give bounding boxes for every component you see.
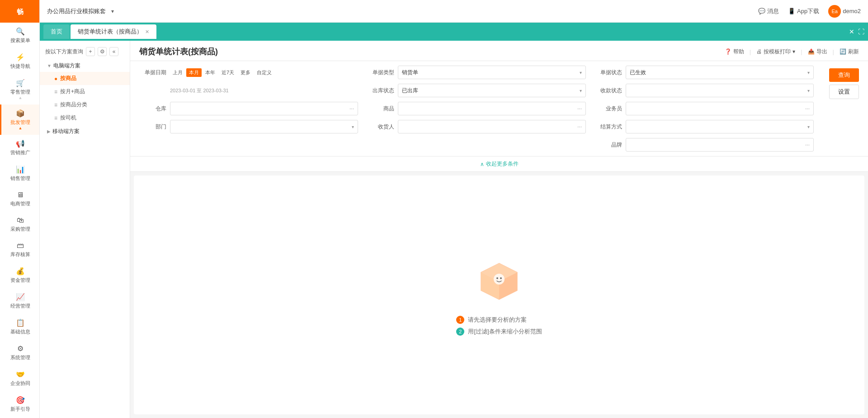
more-date-btn[interactable]: 更多 bbox=[238, 68, 253, 77]
message-label: 消息 bbox=[767, 7, 779, 15]
query-button[interactable]: 查询 bbox=[829, 68, 859, 82]
pc-group-title[interactable]: ▼ 电脑端方案 bbox=[40, 60, 130, 72]
enterprise-icon: 🤝 bbox=[16, 370, 25, 379]
settings-icon: ⚙ bbox=[100, 48, 105, 55]
sidebar-item-system[interactable]: ⚙ 系统管理 bbox=[0, 340, 39, 366]
outstatus-input[interactable]: 已出库 ▾ bbox=[398, 84, 586, 97]
sidebar-item-basic[interactable]: 📋 基础信息 bbox=[0, 314, 39, 340]
left-item-by-product[interactable]: ● 按商品 bbox=[40, 72, 130, 85]
sidebar-item-inventory[interactable]: 🗃 库存核算 bbox=[0, 237, 39, 262]
left-item-by-category[interactable]: ≡ 按商品分类 bbox=[40, 98, 130, 111]
add-scheme-btn[interactable]: + bbox=[86, 47, 95, 56]
receiptstatus-label: 收款状态 bbox=[595, 87, 622, 95]
main-area: 办公用品行业模拟账套 ▾ 💬 消息 📱 App下载 Ea demo2 首页 bbox=[40, 0, 868, 418]
collapse-label: 收起更多条件 bbox=[486, 160, 519, 168]
sidebar-item-marketing[interactable]: 📢 营销推广 bbox=[0, 135, 39, 161]
filter-receiptstatus-field: 收款状态 ▾ bbox=[595, 84, 814, 97]
mobile-group-title[interactable]: ▶ 移动端方案 bbox=[40, 125, 130, 138]
filter-doctype-field: 单据类型 销货单 ▾ bbox=[367, 66, 586, 79]
brand-input[interactable]: ··· bbox=[626, 138, 814, 152]
tab-stats[interactable]: 销货单统计表（按商品） ✕ bbox=[71, 24, 156, 39]
settings-button[interactable]: 设置 bbox=[829, 85, 859, 99]
sidebar-item-enterprise[interactable]: 🤝 企业协同 bbox=[0, 366, 39, 391]
by-month-product-icon: ≡ bbox=[54, 89, 57, 95]
message-btn[interactable]: 💬 消息 bbox=[758, 7, 779, 15]
sidebar-item-search[interactable]: 🔍 搜索菜单 bbox=[0, 23, 39, 48]
sidebar-item-retail-label: 零售管理 bbox=[10, 89, 30, 95]
department-input[interactable]: ▾ bbox=[170, 120, 358, 133]
tip-text-1: 请先选择要分析的方案 bbox=[468, 316, 527, 324]
salesman-input[interactable]: ··· bbox=[626, 102, 814, 115]
refresh-btn[interactable]: 🔄 刷新 bbox=[840, 48, 859, 56]
close-window-btn[interactable]: ✕ bbox=[849, 28, 854, 35]
docstatus-input[interactable]: 已生效 ▾ bbox=[626, 66, 814, 79]
collapse-more-btn[interactable]: ∧ 收起更多条件 bbox=[480, 160, 519, 168]
warehouse-dots: ··· bbox=[349, 105, 354, 112]
this-year-btn[interactable]: 本年 bbox=[203, 68, 218, 77]
settlement-input[interactable]: ▾ bbox=[626, 120, 814, 133]
sales-icon: 📊 bbox=[16, 165, 25, 174]
sidebar-item-operations[interactable]: 📈 经营管理 bbox=[0, 288, 39, 314]
retail-arrow: ▲ bbox=[19, 95, 23, 100]
this-month-btn[interactable]: 本月 bbox=[186, 68, 202, 77]
avatar: Ea bbox=[828, 5, 841, 18]
salesman-dots: ··· bbox=[805, 105, 810, 112]
tabbar: 首页 销货单统计表（按商品） ✕ ✕ ⛶ bbox=[40, 23, 868, 41]
sidebar: 畅 🔍 搜索菜单 ⚡ 快捷导航 🛒 零售管理 ▲ 📦 批发管理 ▲ 📢 营销推广… bbox=[0, 0, 40, 418]
tab-close-btn[interactable]: ✕ bbox=[145, 29, 149, 35]
date-range-display: 2023-03-01 至 2023-03-31 bbox=[170, 87, 358, 94]
sidebar-item-sales[interactable]: 📊 销售管理 bbox=[0, 161, 39, 186]
help-btn[interactable]: ❓ 帮助 bbox=[725, 48, 744, 56]
filter-outstatus-field: 出库状态 已出库 ▾ bbox=[367, 84, 586, 97]
refresh-label: 刷新 bbox=[848, 48, 859, 56]
marketing-icon: 📢 bbox=[16, 139, 25, 148]
industry-dropdown-btn[interactable]: ▾ bbox=[111, 8, 114, 14]
collapse-row: ∧ 收起更多条件 bbox=[130, 157, 868, 172]
by-category-icon: ≡ bbox=[54, 102, 57, 108]
collapse-panel-btn[interactable]: « bbox=[109, 47, 118, 56]
app-download-btn[interactable]: 📱 App下载 bbox=[788, 7, 819, 15]
product-input[interactable]: ··· bbox=[398, 102, 586, 115]
empty-tip-1: 1 请先选择要分析的方案 bbox=[456, 316, 542, 324]
basic-icon: 📋 bbox=[16, 318, 25, 327]
template-print-btn[interactable]: 🖨 按模板打印 ▾ bbox=[756, 48, 795, 56]
tip-num-2: 2 bbox=[456, 328, 464, 336]
retail-icon: 🛒 bbox=[16, 79, 25, 87]
consignee-input[interactable]: ··· bbox=[398, 120, 586, 133]
app-download-label: App下载 bbox=[797, 7, 819, 15]
tab-home[interactable]: 首页 bbox=[43, 24, 70, 39]
sidebar-item-wholesale[interactable]: 📦 批发管理 ▲ bbox=[0, 104, 39, 135]
custom-date-btn[interactable]: 自定义 bbox=[254, 68, 274, 77]
doctype-input[interactable]: 销货单 ▾ bbox=[398, 66, 586, 79]
svg-text:畅: 畅 bbox=[16, 8, 23, 15]
content-area: 按以下方案查询 + ⚙ « ▼ 电脑端方案 ● 按商品 bbox=[40, 41, 868, 418]
topbar-left: 办公用品行业模拟账套 ▾ bbox=[47, 7, 114, 15]
receiptstatus-input[interactable]: ▾ bbox=[626, 84, 814, 97]
sidebar-item-guide[interactable]: 🎯 新手引导 bbox=[0, 391, 39, 417]
add-icon: + bbox=[89, 48, 92, 55]
sidebar-item-quick-nav-label: 快捷导航 bbox=[10, 63, 30, 70]
left-item-by-month-product[interactable]: ≡ 按月+商品 bbox=[40, 85, 130, 98]
sidebar-item-quick-nav[interactable]: ⚡ 快捷导航 bbox=[0, 48, 39, 74]
docstatus-value: 已生效 bbox=[630, 69, 646, 76]
user-profile-btn[interactable]: Ea demo2 bbox=[828, 5, 861, 18]
pc-group-label: 电脑端方案 bbox=[53, 62, 80, 70]
warehouse-input[interactable]: ··· bbox=[170, 102, 358, 115]
export-label: 导出 bbox=[816, 48, 827, 56]
sidebar-item-retail[interactable]: 🛒 零售管理 ▲ bbox=[0, 74, 39, 104]
scheme-settings-btn[interactable]: ⚙ bbox=[98, 47, 107, 56]
mobile-group-label: 移动端方案 bbox=[52, 128, 80, 135]
sidebar-item-finance[interactable]: 💰 资金管理 bbox=[0, 262, 39, 288]
export-btn[interactable]: 📤 导出 bbox=[808, 48, 827, 56]
page-header: 销货单统计表(按商品) ❓ 帮助 | 🖨 按模板打印 ▾ | 📤 bbox=[130, 41, 868, 61]
maximize-btn[interactable]: ⛶ bbox=[858, 28, 864, 35]
print-dropdown-arrow[interactable]: ▾ bbox=[793, 48, 795, 55]
page-header-actions: ❓ 帮助 | 🖨 按模板打印 ▾ | 📤 导出 | bbox=[725, 48, 859, 56]
department-label: 部门 bbox=[139, 123, 166, 131]
sidebar-item-finance-label: 资金管理 bbox=[10, 277, 30, 284]
left-item-by-cashier[interactable]: ≡ 按司机 bbox=[40, 111, 130, 124]
last-7days-btn[interactable]: 近7天 bbox=[219, 68, 237, 77]
sidebar-item-purchase[interactable]: 🛍 采购管理 bbox=[0, 212, 39, 237]
sidebar-item-ecommerce[interactable]: 🖥 电商管理 bbox=[0, 186, 39, 212]
last-month-btn[interactable]: 上月 bbox=[170, 68, 185, 77]
